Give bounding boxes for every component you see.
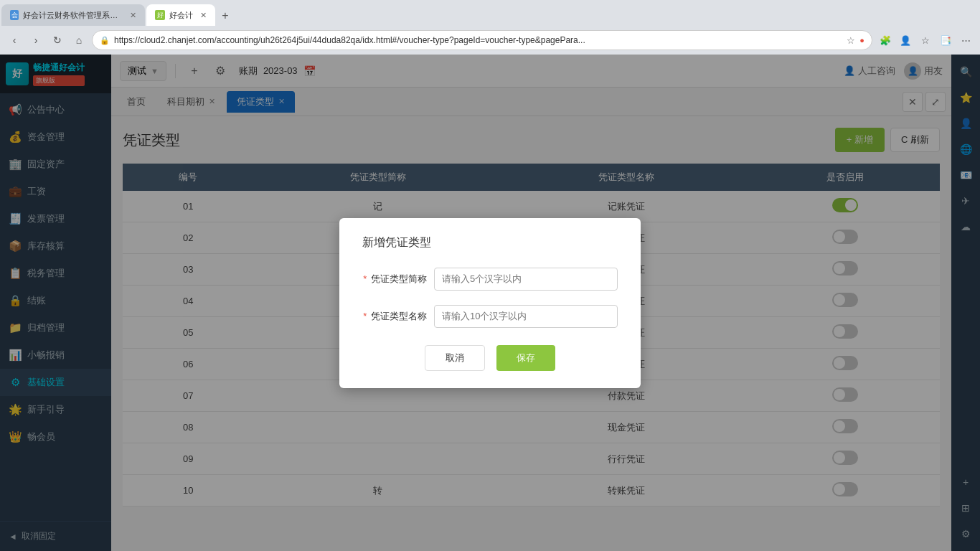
modal-overlay: 新增凭证类型 * 凭证类型简称 * 凭证类型名称 取消 保存 [0, 55, 980, 551]
browser-addressbar: ‹ › ↻ ⌂ 🔒 https://cloud2.chanjet.com/acc… [0, 26, 980, 55]
lock-icon: 🔒 [100, 36, 110, 45]
form-row-name: * 凭证类型名称 [362, 305, 618, 328]
new-tab-button[interactable]: + [215, 6, 235, 26]
tab-close-2[interactable]: ✕ [200, 11, 207, 20]
browser-actions: 🧩 👤 ☆ 📑 ⋯ [877, 32, 974, 49]
back-button[interactable]: ‹ [6, 32, 23, 49]
star-bookmark-icon[interactable]: ☆ [847, 35, 855, 46]
tab-favicon-2: 好 [155, 10, 165, 20]
extensions-btn[interactable]: 🧩 [877, 32, 894, 49]
modal-buttons: 取消 保存 [362, 345, 618, 371]
tab-label-2: 好会计 [169, 10, 193, 21]
name-required: * [363, 311, 367, 321]
modal-form: * 凭证类型简称 * 凭证类型名称 [362, 268, 618, 328]
save-button[interactable]: 保存 [496, 345, 555, 371]
reload-button[interactable]: ↻ [49, 32, 66, 49]
tab-label-1: 好会计云财务软件管理系统_会计 [23, 10, 123, 21]
abbr-required: * [363, 273, 367, 284]
browser-extension-icon[interactable]: ● [859, 36, 864, 44]
home-button[interactable]: ⌂ [70, 32, 88, 49]
more-btn[interactable]: ⋯ [957, 32, 974, 49]
profile-btn[interactable]: 👤 [897, 32, 914, 49]
browser-tab-2[interactable]: 好 好会计 ✕ [146, 4, 215, 26]
address-bar[interactable]: 🔒 https://cloud2.chanjet.com/accounting/… [92, 30, 872, 50]
name-label: * 凭证类型名称 [362, 310, 427, 323]
tab-close-1[interactable]: ✕ [130, 11, 136, 20]
browser-tabs: 会 好会计云财务软件管理系统_会计 ✕ 好 好会计 ✕ + [0, 0, 980, 26]
add-voucher-type-modal: 新增凭证类型 * 凭证类型简称 * 凭证类型名称 取消 保存 [339, 218, 641, 388]
browser-chrome: 会 好会计云财务软件管理系统_会计 ✕ 好 好会计 ✕ + ‹ › ↻ ⌂ 🔒 … [0, 0, 980, 55]
url-text: https://cloud2.chanjet.com/accounting/uh… [114, 35, 842, 45]
modal-title: 新增凭证类型 [362, 235, 618, 250]
forward-button[interactable]: › [27, 32, 44, 49]
abbr-input[interactable] [434, 268, 618, 291]
favorites-btn[interactable]: ☆ [917, 32, 934, 49]
cancel-button[interactable]: 取消 [425, 345, 485, 371]
abbr-label-text: 凭证类型简称 [371, 273, 427, 284]
abbr-label: * 凭证类型简称 [362, 273, 427, 286]
tab-favicon-1: 会 [10, 10, 19, 20]
browser-tab-1[interactable]: 会 好会计云财务软件管理系统_会计 ✕ [1, 4, 145, 26]
form-row-abbr: * 凭证类型简称 [362, 268, 618, 291]
name-input[interactable] [434, 305, 618, 328]
collections-btn[interactable]: 📑 [937, 32, 954, 49]
name-label-text: 凭证类型名称 [371, 311, 427, 321]
